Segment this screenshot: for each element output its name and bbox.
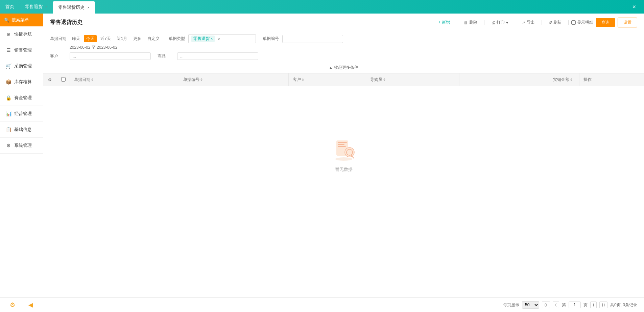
collapse-row[interactable]: ▲ 收起更多条件 (50, 63, 637, 73)
operation-icon: 📊 (5, 111, 11, 117)
tab-close-retail-return-history[interactable]: × (87, 5, 89, 9)
doc-no-label: 单据编号 (263, 36, 280, 42)
page-header: 零售退货历史 + 新增 🗑 删除 🖨 打印 ▾ (43, 14, 644, 73)
per-page-select[interactable]: 2050100200 (522, 301, 539, 309)
customer-label: 客户 (50, 53, 67, 59)
goods-ellipsis[interactable]: ... (180, 54, 184, 59)
doc-type-tag-close[interactable]: × (211, 37, 213, 41)
page-label: 第 (562, 302, 566, 308)
divider1 (457, 20, 457, 25)
print-icon: 🖨 (491, 20, 495, 25)
tab-retail-return-history[interactable]: 零售退货历史× (53, 1, 95, 14)
date-btn-近1月[interactable]: 近1月 (115, 35, 130, 42)
doc-no-input[interactable] (282, 35, 343, 43)
date-btn-近7天[interactable]: 近7天 (98, 35, 113, 42)
show-detail-checkbox[interactable]: 显示明细 (571, 20, 593, 25)
select-all-checkbox[interactable] (61, 77, 66, 82)
table-container: ⚙ 单据日期 (43, 73, 644, 297)
sidebar-item-inventory[interactable]: 📦 库存核算 (0, 74, 43, 90)
sort-icon-doc-no (200, 78, 202, 81)
quick-nav-icon: ⊕ (5, 31, 11, 37)
sidebar-item-purchase-mgmt[interactable]: 🛒 采购管理 (0, 58, 43, 74)
sidebar-item-quick-nav[interactable]: ⊕ 快捷导航 (0, 26, 43, 42)
sort-up-icon (91, 78, 93, 80)
th-doc-date-label: 单据日期 (74, 77, 90, 83)
sort-icon-customer (302, 78, 304, 81)
sidebar-item-basic-info[interactable]: 📋 基础信息 (0, 122, 43, 138)
doc-type-select[interactable]: 零售退货 × ∨ (188, 34, 256, 43)
sort-up-icon3 (302, 78, 304, 80)
sort-down-icon2 (200, 80, 202, 81)
sidebar-label-finance: 资金管理 (14, 95, 32, 101)
date-btn-昨天[interactable]: 昨天 (70, 35, 82, 42)
doc-type-tag: 零售退货 × (191, 36, 215, 42)
customer-ellipsis[interactable]: ... (73, 54, 76, 59)
tab-close-retail-return[interactable]: × (45, 5, 47, 9)
export-icon: ↗ (522, 20, 525, 25)
tab-retail-return[interactable]: 零售退货× (20, 0, 53, 14)
collapse-button[interactable]: ▲ 收起更多条件 (329, 65, 359, 70)
customer-select[interactable]: ... (70, 52, 151, 60)
sidebar-item-finance[interactable]: 🔒 资金管理 (0, 90, 43, 106)
collapse-sidebar-icon[interactable]: ◀ (28, 301, 33, 309)
sort-customer[interactable]: 客户 (293, 77, 362, 83)
first-page-button[interactable]: ⟨⟨ (542, 302, 550, 308)
page-number-input[interactable] (569, 302, 581, 308)
th-operation: 操作 (579, 73, 644, 86)
date-label: 单据日期 (50, 36, 67, 42)
export-label: 导出 (527, 20, 535, 25)
prev-page-button[interactable]: ⟨ (553, 302, 559, 308)
sidebar: 🔍 搜索菜单 ⊕ 快捷导航 ☰ 销售管理 🛒 采购管理 📦 库存核算 🔒 资金管… (0, 14, 43, 312)
delete-button[interactable]: 🗑 删除 (460, 18, 481, 27)
sidebar-item-sales-mgmt[interactable]: ☰ 销售管理 (0, 42, 43, 58)
query-button[interactable]: 查询 (596, 18, 615, 27)
tab-label-retail-return-history: 零售退货历史 (58, 4, 85, 10)
last-page-button[interactable]: ⟩⟩ (599, 302, 607, 308)
setting-button[interactable]: 设置 (618, 18, 637, 27)
date-btn-更多[interactable]: 更多 (131, 35, 144, 42)
print-button[interactable]: 🖨 打印 ▾ (487, 18, 512, 27)
sort-guide[interactable]: 导购员 (370, 77, 455, 83)
content-area: 零售退货历史 + 新增 🗑 删除 🖨 打印 ▾ (43, 14, 644, 312)
top-bar: 首页零售退货×零售退货历史× × (0, 0, 644, 14)
sidebar-search-label: 搜索菜单 (11, 17, 29, 23)
add-button[interactable]: + 新增 (434, 18, 454, 27)
date-btn-自定义[interactable]: 自定义 (145, 35, 162, 42)
top-bar-right: × (629, 2, 644, 12)
sort-doc-no[interactable]: 单据编号 (183, 77, 284, 83)
sidebar-label-basic-info: 基础信息 (14, 127, 32, 133)
column-settings-icon[interactable]: ⚙ (48, 77, 52, 82)
page-suffix: 页 (583, 302, 588, 308)
th-customer-label: 客户 (293, 77, 301, 83)
goods-select[interactable]: ... (177, 52, 258, 60)
sidebar-item-system-mgmt[interactable]: ⚙ 系统管理 (0, 138, 43, 154)
sort-down-icon (91, 80, 93, 81)
export-button[interactable]: ↗ 导出 (518, 18, 539, 27)
sort-actual-amount[interactable]: 实销金额 (463, 77, 572, 83)
sidebar-menu: ⊕ 快捷导航 ☰ 销售管理 🛒 采购管理 📦 库存核算 🔒 资金管理 📊 经营管… (0, 26, 43, 297)
date-range-display: 2023-06-02 至 2023-06-02 (70, 45, 117, 50)
filter-row-2: 客户 ... 商品 ... (50, 52, 637, 60)
goods-filter: 商品 ... (158, 52, 258, 60)
sidebar-label-purchase-mgmt: 采购管理 (14, 63, 32, 69)
sort-down-icon3 (302, 80, 304, 81)
tab-list: 首页零售退货×零售退货历史× (0, 0, 629, 14)
table-header-row: ⚙ 单据日期 (43, 73, 644, 86)
collapse-label: 收起更多条件 (334, 65, 358, 70)
refresh-button[interactable]: ↺ 刷新 (545, 18, 566, 27)
sort-doc-date[interactable]: 单据日期 (74, 77, 175, 83)
window-close-button[interactable]: × (629, 2, 639, 12)
tab-home[interactable]: 首页 (0, 0, 20, 14)
page-title: 零售退货历史 (50, 19, 82, 26)
th-settings: ⚙ (43, 73, 57, 86)
sidebar-search-button[interactable]: 🔍 搜索菜单 (0, 14, 43, 26)
sidebar-item-operation[interactable]: 📊 经营管理 (0, 106, 43, 122)
settings-footer-icon[interactable]: ⚙ (10, 301, 15, 309)
show-detail-input[interactable] (571, 20, 576, 25)
date-btn-今天[interactable]: 今天 (84, 35, 97, 42)
data-table: ⚙ 单据日期 (43, 73, 644, 86)
doc-type-label: 单据类型 (169, 36, 186, 42)
svg-rect-2 (338, 142, 347, 143)
svg-rect-4 (338, 146, 346, 147)
next-page-button[interactable]: ⟩ (590, 302, 597, 308)
